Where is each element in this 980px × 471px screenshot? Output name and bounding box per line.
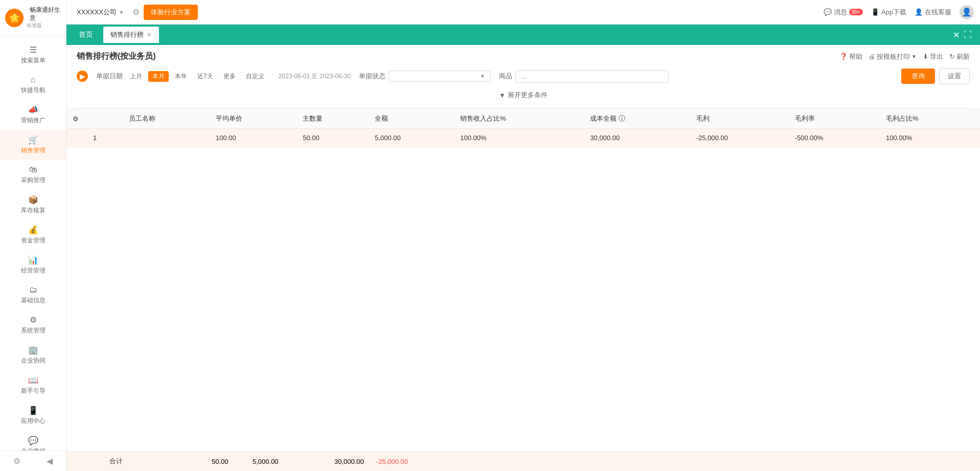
sidebar-item-inventory[interactable]: 📦 库存核算 [0, 190, 66, 220]
footer-qty: 50.00 [206, 458, 246, 465]
date-tabs: 上月 本月 本年 近7天 更多 自定义 [126, 71, 268, 82]
sidebar-item-finance[interactable]: 💰 资金管理 [0, 220, 66, 250]
help-label: 帮助 [849, 52, 862, 61]
status-filter: 单据状态 ▼ [359, 71, 491, 82]
table-area: ⚙ 员工名称 平均单价 主数量 全额 销售收入占比% 成本全额 ⓘ 毛利 毛利率… [66, 109, 980, 451]
sidebar-nav: ☰ 搜索菜单 ⌂ 快捷导航 📣 营销推广 🛒 销售管理 🛍 采购管理 📦 库存核… [0, 36, 66, 451]
col-cost-amount: 成本全额 ⓘ [584, 109, 690, 129]
print-label: 按模板打印 [877, 52, 910, 61]
guide-icon: 📖 [28, 375, 38, 385]
sidebar-item-label: 库存核算 [21, 206, 45, 215]
sidebar-item-search[interactable]: ☰ 搜索菜单 [0, 40, 66, 70]
cell-name [123, 129, 210, 147]
purchase-icon: 🛍 [29, 165, 37, 174]
bell-icon: 💬 [824, 8, 832, 16]
date-filter: 单据日期 上月 本月 本年 近7天 更多 自定义 [96, 71, 268, 82]
sidebar-item-guide[interactable]: 📖 新手引导 [0, 370, 66, 400]
sidebar-item-wxwork[interactable]: 💬 企业微信 [0, 431, 66, 451]
sidebar-item-appcenter[interactable]: 📱 应用中心 [0, 400, 66, 431]
cell-avg-price: 100.00 [210, 129, 297, 147]
sidebar-item-label: 新手引导 [21, 387, 45, 395]
user-avatar[interactable]: 👤 [960, 5, 974, 19]
footer-total-label: 合计 [103, 457, 165, 466]
service-icon: 👤 [915, 8, 923, 16]
export-label: 导出 [930, 52, 943, 61]
page-header: 销售排行榜(按业务员) ❓ 帮助 🖨 按模板打印 ▼ ⬇ 导出 [66, 45, 980, 109]
cell-amount: 5,000.00 [369, 129, 454, 147]
status-label: 单据状态 [359, 72, 385, 81]
tab-close-icon[interactable]: ✕ [147, 31, 152, 38]
date-tab-this-year[interactable]: 本年 [171, 71, 191, 82]
sidebar-item-basic[interactable]: 🗂 基础信息 [0, 280, 66, 310]
sidebar-logo: 🌟 畅康通好生意 标准版 [0, 0, 66, 36]
tab-expand-icon[interactable]: ⛶ [964, 30, 972, 40]
sidebar-item-label: 销售管理 [21, 146, 45, 155]
logo-title: 畅康通好生意 [30, 6, 61, 22]
chevron-down-icon: ▼ [119, 9, 124, 15]
notification-badge: 99+ [849, 9, 863, 15]
online-service-button[interactable]: 👤 在线客服 [915, 8, 951, 17]
query-button[interactable]: 查询 [901, 69, 935, 84]
settings-icon[interactable]: ⚙ [132, 7, 140, 17]
sidebar-item-label: 快捷导航 [21, 86, 45, 95]
filter-area: ▶ 单据日期 上月 本月 本年 近7天 更多 自定义 2023-06 [77, 68, 970, 108]
notifications-button[interactable]: 💬 消息 99+ [824, 8, 863, 17]
page-actions: ❓ 帮助 🖨 按模板打印 ▼ ⬇ 导出 ↻ 刷新 [839, 52, 970, 61]
inventory-icon: 📦 [28, 195, 38, 205]
table-body: 1 100.00 50.00 5,000.00 100.00% 30,000.0… [66, 129, 980, 147]
expand-more-button[interactable]: ▼ 展开更多条件 [77, 87, 970, 103]
sidebar-collapse-button[interactable]: ◀ [47, 456, 53, 466]
sidebar-settings-button[interactable]: ⚙ [13, 456, 20, 466]
sidebar-item-purchase[interactable]: 🛍 采购管理 [0, 160, 66, 190]
refresh-button[interactable]: ↻ 刷新 [949, 52, 970, 61]
home-tab-label: 首页 [79, 30, 93, 39]
sidebar-bottom: ⚙ ◀ [0, 451, 66, 471]
table-footer: 合计 50.00 5,000.00 30,000.00 -25,000.00 [66, 451, 980, 471]
sidebar-item-enterprise[interactable]: 🏢 企业协同 [0, 340, 66, 370]
tab-sales-ranking[interactable]: 销售排行榜 ✕ [103, 27, 159, 43]
date-tab-last-month[interactable]: 上月 [126, 71, 146, 82]
download-icon: 📱 [871, 8, 879, 16]
print-button[interactable]: 🖨 按模板打印 ▼ [869, 52, 917, 61]
col-settings[interactable]: ⚙ [66, 109, 87, 129]
sidebar-item-label: 营销推广 [21, 116, 45, 125]
finance-icon: 💰 [28, 225, 38, 235]
app-download-button[interactable]: 📱 App下载 [871, 8, 906, 17]
sidebar-item-system[interactable]: ⚙ 系统管理 [0, 310, 66, 340]
sidebar-item-label: 系统管理 [21, 326, 45, 335]
goods-input[interactable]: ... [515, 70, 669, 83]
print-icon: 🖨 [869, 53, 875, 60]
company-selector[interactable]: XXXXXX公司 ▼ [73, 6, 128, 19]
filter-expand-button[interactable]: ▶ [77, 71, 88, 82]
cell-rank: 1 [87, 129, 123, 147]
cell-qty: 50.00 [297, 129, 369, 147]
date-tab-7days[interactable]: 近7天 [193, 71, 217, 82]
cell-profit-ratio: 100.00% [880, 129, 980, 147]
date-tab-custom[interactable]: 自定义 [242, 71, 268, 82]
topbar-right: 💬 消息 99+ 📱 App下载 👤 在线客服 👤 [824, 5, 974, 19]
export-button[interactable]: ⬇ 导出 [923, 52, 943, 61]
trial-button[interactable]: 体验行业方案 [144, 5, 198, 20]
cell-profit: -25,000.00 [690, 129, 789, 147]
settings-button[interactable]: 设置 [939, 68, 970, 84]
col-profit-rate: 毛利率 [789, 109, 880, 129]
expand-more-icon: ▼ [499, 92, 506, 99]
sidebar-item-marketing[interactable]: 📣 营销推广 [0, 100, 66, 130]
app-download-label: App下载 [881, 8, 906, 17]
help-button[interactable]: ❓ 帮助 [839, 52, 862, 61]
status-select[interactable]: ▼ [389, 71, 491, 82]
date-tab-this-month[interactable]: 本月 [148, 71, 169, 82]
search-menu-icon: ☰ [30, 45, 37, 55]
help-icon: ❓ [839, 53, 848, 60]
tab-home[interactable]: 首页 [71, 25, 101, 45]
sidebar-item-sales[interactable]: 🛒 销售管理 [0, 130, 66, 160]
sales-icon: 🛒 [28, 135, 38, 145]
date-tab-more[interactable]: 更多 [219, 71, 240, 82]
online-service-label: 在线客服 [925, 8, 951, 17]
sidebar-item-label: 资金管理 [21, 236, 45, 245]
cell-profit-rate: -500.00% [789, 129, 880, 147]
tab-close-all-icon[interactable]: ✕ [953, 30, 960, 40]
sidebar-item-shortcut[interactable]: ⌂ 快捷导航 [0, 70, 66, 100]
col-profit: 毛利 [690, 109, 789, 129]
sidebar-item-operations[interactable]: 📊 经营管理 [0, 250, 66, 280]
